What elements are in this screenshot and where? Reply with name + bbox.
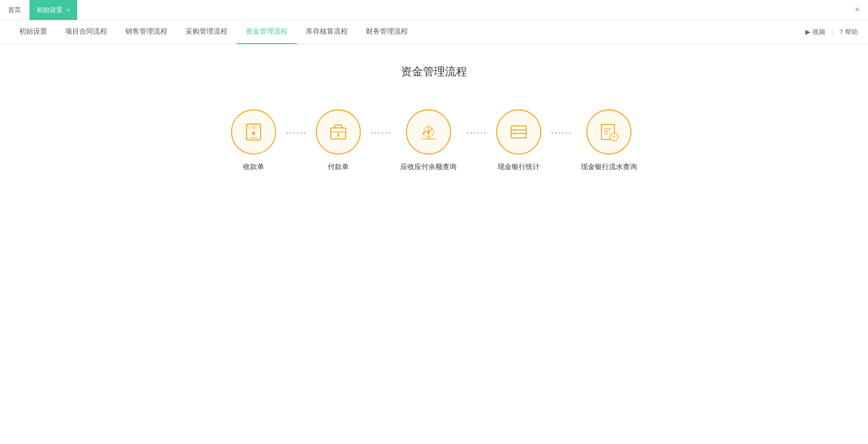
cash-bank-flow-label: 现金银行流水查询 [581,163,637,172]
connector-2 [361,132,400,149]
top-bar: 首页 初始设置 × × [0,0,868,20]
nav-item-purchase-management[interactable]: 采购管理流程 [176,20,237,44]
play-icon: ▶ [805,28,810,36]
nav-actions: ▶ 视频 | ? 帮助 [805,28,858,37]
home-tab[interactable]: 首页 [0,0,30,20]
window-close-button[interactable]: × [846,0,868,20]
active-tab[interactable]: 初始设置 × [30,0,77,20]
bank-lines-icon [508,121,530,143]
main-content: 资金管理流程 ¥ ¥ 收款单 [0,44,868,192]
help-icon: ? [839,28,843,36]
nav-bar: 初始设置 项目合同流程 销售管理流程 采购管理流程 资金管理流程 库存核算流程 … [0,20,868,44]
chart-yen-icon: ¥ [417,121,440,143]
nav-item-project-contract[interactable]: 项目合同流程 [56,20,116,44]
svg-rect-10 [511,126,526,138]
connector-3 [457,132,496,149]
nav-item-finance-management[interactable]: 财务管理流程 [357,20,417,44]
flow-item-cash-bank-stats[interactable]: 现金银行统计 [496,109,541,172]
connector-4 [541,132,581,149]
active-tab-label: 初始设置 [37,6,63,15]
balance-query-icon-circle: ¥ [406,109,451,155]
flow-container: ¥ ¥ 收款单 ¥ [133,109,735,172]
svg-text:¥: ¥ [427,130,429,135]
cash-bank-stats-icon-circle [496,109,541,155]
nav-item-fund-management[interactable]: 资金管理流程 [237,20,297,44]
help-action[interactable]: ? 帮助 [839,28,858,37]
balance-query-label: 应收应付余额查询 [400,163,457,172]
close-icon[interactable]: × [67,7,70,14]
flow-item-cash-bank-flow[interactable]: + 现金银行流水查询 [581,109,637,172]
payment-icon-circle: ¥ [316,109,361,155]
svg-text:¥: ¥ [252,125,255,130]
nav-item-inventory[interactable]: 库存核算流程 [297,20,357,44]
flow-item-payment[interactable]: ¥ 付款单 [316,109,361,172]
receipt-yen-icon: ¥ ¥ [243,121,265,143]
receipt-label: 收款单 [243,163,264,172]
cash-bank-stats-label: 现金银行统计 [498,163,540,172]
video-action[interactable]: ▶ 视频 [805,28,825,37]
flow-item-balance-query[interactable]: ¥ 应收应付余额查询 [400,109,457,172]
payment-label: 付款单 [328,163,349,172]
briefcase-yen-icon: ¥ [327,121,349,143]
cash-bank-flow-icon-circle: + [586,109,631,155]
receipt-icon-circle: ¥ ¥ [231,109,276,155]
svg-text:¥: ¥ [337,132,340,138]
page-title: 资金管理流程 [401,64,467,79]
nav-item-initial-setup[interactable]: 初始设置 [10,20,56,44]
report-plus-icon: + [598,121,620,143]
connector-1 [276,132,316,149]
svg-text:+: + [612,133,615,140]
nav-item-sales-management[interactable]: 销售管理流程 [116,20,176,44]
flow-item-receipt[interactable]: ¥ ¥ 收款单 [231,109,276,172]
